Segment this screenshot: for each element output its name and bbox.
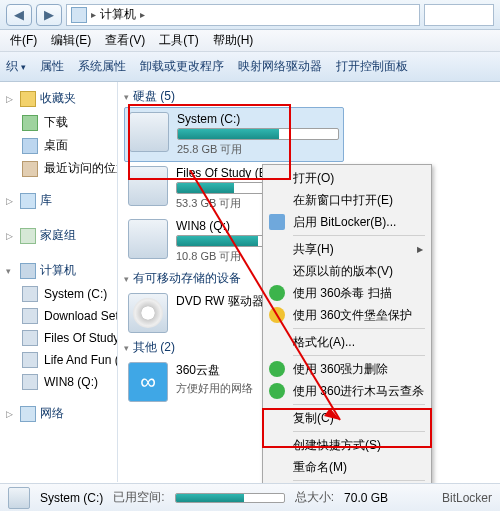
ctx-360-vault[interactable]: 使用 360文件堡垒保护: [265, 304, 429, 326]
status-total-value: 70.0 GB: [344, 491, 388, 505]
ctx-open-new-window[interactable]: 在新窗口中打开(E): [265, 189, 429, 211]
ctx-label: 使用 360进行木马云查杀: [293, 383, 424, 400]
sidebar-item-label: System (C:): [44, 287, 107, 301]
chevron-right-icon: ▸: [91, 9, 96, 20]
sidebar-item-label: 库: [40, 192, 52, 209]
ctx-copy[interactable]: 复制(C): [265, 407, 429, 429]
sidebar-item-drive-d[interactable]: Download Setup (I: [0, 305, 117, 327]
separator: [293, 480, 425, 481]
address-bar[interactable]: ▸ 计算机 ▸: [66, 4, 420, 26]
sidebar-item-drive-f[interactable]: Life And Fun (I:): [0, 349, 117, 371]
vault-icon: [269, 307, 285, 323]
nav-forward-button[interactable]: ▶: [36, 4, 62, 26]
drive-name: System (C:): [177, 112, 339, 126]
sidebar-favorites-head[interactable]: ▷收藏夹: [0, 86, 117, 111]
sidebar-computer-head[interactable]: ▾计算机: [0, 258, 117, 283]
ctx-label: 共享(H): [293, 241, 334, 258]
properties-button[interactable]: 属性: [40, 58, 64, 75]
ctx-restore-previous[interactable]: 还原以前的版本(V): [265, 260, 429, 282]
star-icon: [20, 91, 36, 107]
group-label: 有可移动存储的设备: [133, 270, 241, 287]
sidebar-homegroup-head[interactable]: ▷家庭组: [0, 223, 117, 248]
drive-c[interactable]: System (C:) 25.8 GB 可用: [124, 107, 344, 162]
360-icon: [269, 361, 285, 377]
cloud-icon: [128, 362, 168, 402]
360-icon: [269, 285, 285, 301]
sidebar-item-drive-e[interactable]: Files Of Study (E:): [0, 327, 117, 349]
group-label: 其他 (2): [133, 339, 175, 356]
address-path: 计算机: [100, 6, 136, 23]
sidebar-item-drive-c[interactable]: System (C:): [0, 283, 117, 305]
dvd-icon: [128, 293, 168, 333]
network-icon: [20, 406, 36, 422]
sidebar-item-label: 网络: [40, 405, 64, 422]
sidebar-item-recent[interactable]: 最近访问的位置: [0, 157, 117, 180]
sidebar-item-drive-q[interactable]: WIN8 (Q:): [0, 371, 117, 393]
sidebar-item-label: Download Setup (I: [44, 309, 117, 323]
sidebar-item-label: 桌面: [44, 137, 68, 154]
sidebar-libraries-head[interactable]: ▷库: [0, 188, 117, 213]
ctx-enable-bitlocker[interactable]: 启用 BitLocker(B)...: [265, 211, 429, 233]
uninstall-button[interactable]: 卸载或更改程序: [140, 58, 224, 75]
sidebar-item-label: 最近访问的位置: [44, 160, 117, 177]
ctx-360-scan[interactable]: 使用 360杀毒 扫描: [265, 282, 429, 304]
menubar: 件(F) 编辑(E) 查看(V) 工具(T) 帮助(H): [0, 30, 500, 52]
menu-edit[interactable]: 编辑(E): [45, 30, 97, 51]
drive-icon: [128, 166, 168, 206]
control-panel-button[interactable]: 打开控制面板: [336, 58, 408, 75]
titlebar: ◀ ▶ ▸ 计算机 ▸: [0, 0, 500, 30]
drive-icon: [128, 219, 168, 259]
menu-file[interactable]: 件(F): [4, 30, 43, 51]
status-drive-name: System (C:): [40, 491, 103, 505]
sidebar-item-downloads[interactable]: 下载: [0, 111, 117, 134]
separator: [293, 328, 425, 329]
sidebar-item-label: 计算机: [40, 262, 76, 279]
toolbar: 织 属性 系统属性 卸载或更改程序 映射网络驱动器 打开控制面板: [0, 52, 500, 82]
ctx-360-trojan-scan[interactable]: 使用 360进行木马云查杀: [265, 380, 429, 402]
ctx-label: 创建快捷方式(S): [293, 437, 381, 454]
sidebar-item-label: Files Of Study (E:): [44, 331, 117, 345]
nav-back-button[interactable]: ◀: [6, 4, 32, 26]
ctx-label: 还原以前的版本(V): [293, 263, 393, 280]
drive-icon: [22, 308, 38, 324]
sidebar-item-label: Life And Fun (I:): [44, 353, 117, 367]
status-bitlocker-label: BitLocker: [442, 491, 492, 505]
sidebar-item-label: WIN8 (Q:): [44, 375, 98, 389]
search-input[interactable]: [424, 4, 494, 26]
360-icon: [269, 383, 285, 399]
separator: [293, 431, 425, 432]
separator: [293, 235, 425, 236]
ctx-create-shortcut[interactable]: 创建快捷方式(S): [265, 434, 429, 456]
organize-button[interactable]: 织: [6, 58, 26, 75]
ctx-label: 使用 360杀毒 扫描: [293, 285, 392, 302]
sidebar-network-head[interactable]: ▷网络: [0, 401, 117, 426]
map-drive-button[interactable]: 映射网络驱动器: [238, 58, 322, 75]
ctx-open[interactable]: 打开(O): [265, 167, 429, 189]
capacity-bar: [177, 128, 339, 140]
ctx-format[interactable]: 格式化(A)...: [265, 331, 429, 353]
sidebar-item-label: 下载: [44, 114, 68, 131]
sidebar-item-label: 家庭组: [40, 227, 76, 244]
drive-icon: [22, 286, 38, 302]
system-properties-button[interactable]: 系统属性: [78, 58, 126, 75]
ctx-label: 在新窗口中打开(E): [293, 192, 393, 209]
chevron-right-icon: ▸: [140, 9, 145, 20]
menu-tools[interactable]: 工具(T): [153, 30, 204, 51]
separator: [293, 355, 425, 356]
ctx-rename[interactable]: 重命名(M): [265, 456, 429, 478]
ctx-share[interactable]: 共享(H): [265, 238, 429, 260]
ctx-360-force-delete[interactable]: 使用 360强力删除: [265, 358, 429, 380]
drive-icon: [22, 374, 38, 390]
homegroup-icon: [20, 228, 36, 244]
sidebar: ▷收藏夹 下载 桌面 最近访问的位置 ▷库 ▷家庭组 ▾计算机 System (…: [0, 82, 118, 482]
menu-view[interactable]: 查看(V): [99, 30, 151, 51]
sidebar-item-desktop[interactable]: 桌面: [0, 134, 117, 157]
drive-icon: [8, 487, 30, 509]
drive-icon: [22, 352, 38, 368]
group-label: 硬盘 (5): [133, 88, 175, 105]
status-capacity-bar: [175, 493, 285, 503]
group-hard-disks[interactable]: ▾硬盘 (5): [124, 86, 494, 107]
menu-help[interactable]: 帮助(H): [207, 30, 260, 51]
ctx-label: 使用 360强力删除: [293, 361, 388, 378]
ctx-label: 打开(O): [293, 170, 334, 187]
